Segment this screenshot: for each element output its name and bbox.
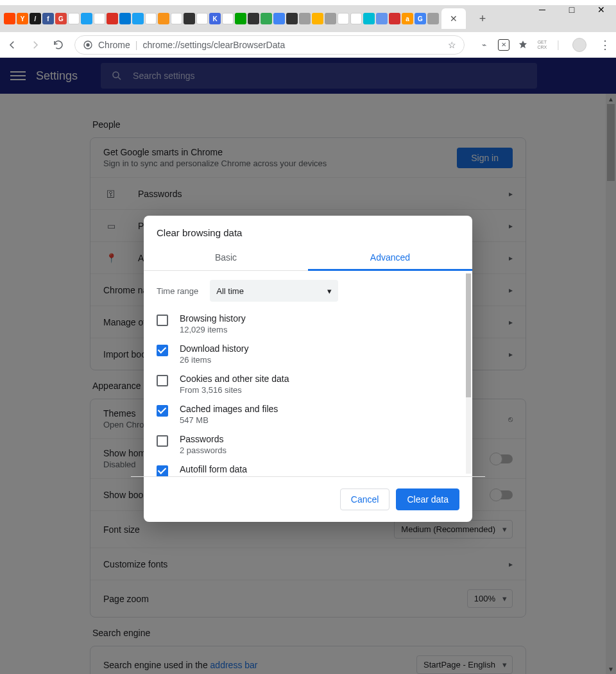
tab-advanced[interactable]: Advanced <box>308 246 472 270</box>
option-sub: 547 MB <box>180 415 278 425</box>
browser-tab[interactable] <box>132 13 144 24</box>
new-tab-button[interactable]: + <box>474 10 492 28</box>
svg-point-1 <box>86 43 89 46</box>
omnibox-url: chrome://settings/clearBrowserData <box>142 40 285 50</box>
browser-tab[interactable]: / <box>30 13 41 24</box>
browser-tab[interactable] <box>94 13 105 24</box>
modal-scrim[interactable]: Clear browsing data Basic Advanced Time … <box>0 58 616 674</box>
browser-tab[interactable] <box>196 13 208 24</box>
clear-option[interactable]: Download history26 items <box>157 341 459 367</box>
option-title: Autofill form data <box>180 464 247 474</box>
profile-avatar[interactable] <box>572 38 586 52</box>
browser-tab[interactable] <box>286 13 298 24</box>
checkbox[interactable] <box>157 435 168 447</box>
close-tab-icon[interactable]: ✕ <box>450 13 458 24</box>
browser-tab[interactable]: G <box>415 13 426 24</box>
browser-tab[interactable] <box>376 13 388 24</box>
browser-tab[interactable] <box>158 13 169 24</box>
reload-button[interactable] <box>51 38 65 52</box>
browser-tab[interactable] <box>222 13 234 24</box>
extension-icon[interactable]: ✕ <box>498 39 509 51</box>
browser-tab[interactable] <box>107 13 118 24</box>
browser-tab[interactable] <box>68 13 80 24</box>
option-title: Cookies and other site data <box>180 374 289 384</box>
dialog-title: Clear browsing data <box>144 216 472 246</box>
browser-toolbar: Chrome | chrome://settings/clearBrowserD… <box>0 32 616 58</box>
browser-tab[interactable] <box>312 13 323 24</box>
dialog-scrollbar[interactable] <box>466 273 471 474</box>
site-info-icon[interactable] <box>83 40 93 50</box>
cancel-button[interactable]: Cancel <box>340 488 390 510</box>
window-minimize-button[interactable]: ─ <box>527 0 557 19</box>
extension-icon[interactable]: ⌁ <box>479 39 490 51</box>
time-range-label: Time range <box>157 286 198 296</box>
window-maximize-button[interactable]: □ <box>557 0 586 19</box>
checkbox[interactable] <box>157 405 168 417</box>
option-title: Download history <box>180 343 248 354</box>
window-close-button[interactable]: ✕ <box>586 0 616 19</box>
tab-basic[interactable]: Basic <box>144 246 308 270</box>
checkbox[interactable] <box>157 375 168 386</box>
option-sub: 2 passwords <box>180 445 227 455</box>
forward-button[interactable] <box>28 38 42 52</box>
extension-get-crx[interactable]: GET CRX <box>536 39 548 51</box>
option-title: Browsing history <box>180 313 246 324</box>
option-title: Passwords <box>180 434 227 444</box>
clear-option[interactable]: Passwords2 passwords <box>157 431 459 458</box>
browser-tab[interactable] <box>248 13 259 24</box>
omnibox[interactable]: Chrome | chrome://settings/clearBrowserD… <box>74 35 465 55</box>
checkbox[interactable] <box>157 345 168 356</box>
clear-option[interactable]: Cookies and other site dataFrom 3,516 si… <box>157 371 459 397</box>
option-sub: From 3,516 sites <box>180 385 289 395</box>
option-sub: 26 items <box>180 355 248 365</box>
browser-tab[interactable] <box>350 13 362 24</box>
browser-tab[interactable] <box>273 13 285 24</box>
clear-option[interactable]: Cached images and files547 MB <box>157 401 459 428</box>
browser-tab[interactable] <box>261 13 272 24</box>
browser-tab[interactable] <box>145 13 157 24</box>
extension-icon[interactable] <box>517 39 529 51</box>
browser-tab[interactable] <box>81 13 92 24</box>
clear-browsing-dialog: Clear browsing data Basic Advanced Time … <box>144 216 472 522</box>
time-range-select[interactable]: All time▾ <box>210 280 338 302</box>
browser-menu-button[interactable]: ⋮ <box>599 38 611 52</box>
checkbox[interactable] <box>157 465 168 476</box>
browser-tab[interactable] <box>4 13 15 24</box>
browser-tab[interactable] <box>119 13 131 24</box>
chevron-down-icon: ▾ <box>327 286 332 296</box>
browser-tab[interactable] <box>389 13 400 24</box>
browser-tab[interactable] <box>338 13 349 24</box>
browser-tab[interactable]: G <box>55 13 67 24</box>
browser-tab[interactable] <box>427 13 439 24</box>
option-title: Cached images and files <box>180 404 278 414</box>
clear-data-button[interactable]: Clear data <box>396 488 459 510</box>
option-sub: 12,029 items <box>180 325 246 334</box>
browser-tab-active[interactable]: ✕ <box>441 8 466 29</box>
browser-tab[interactable]: a <box>402 13 413 24</box>
browser-tab[interactable]: f <box>42 13 54 24</box>
browser-tab[interactable]: Y <box>17 13 28 24</box>
browser-tab[interactable] <box>171 13 182 24</box>
clear-option[interactable]: Browsing history12,029 items <box>157 311 459 337</box>
checkbox[interactable] <box>157 315 168 326</box>
clear-option[interactable]: Autofill form data <box>157 462 459 476</box>
omnibox-prefix: Chrome <box>98 40 130 50</box>
browser-tab[interactable] <box>363 13 375 24</box>
bookmark-star-icon[interactable]: ☆ <box>448 40 456 50</box>
browser-tab[interactable] <box>299 13 311 24</box>
browser-tab-strip: Y/fGKaG ✕ + <box>0 5 616 32</box>
window-titlebar <box>0 0 616 5</box>
browser-tab[interactable] <box>235 13 246 24</box>
back-button[interactable] <box>5 38 19 52</box>
browser-tab[interactable]: K <box>209 13 221 24</box>
browser-tab[interactable] <box>325 13 336 24</box>
browser-tab[interactable] <box>184 13 195 24</box>
